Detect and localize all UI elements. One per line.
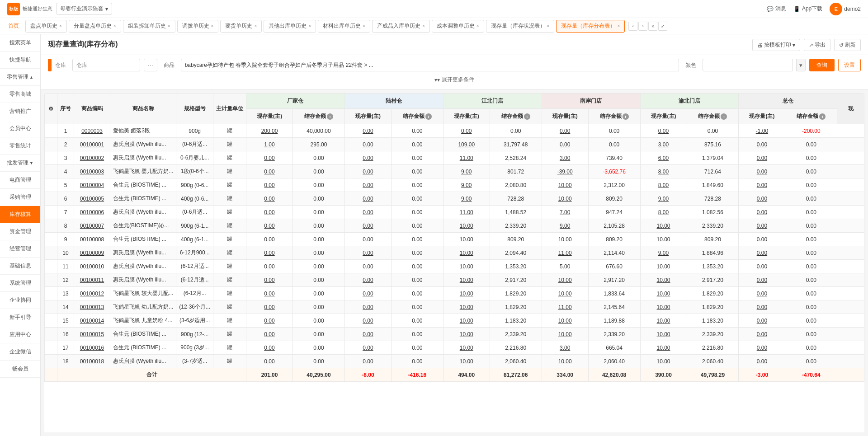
row-w5-qty[interactable]: 8.00 [640, 206, 687, 219]
user-menu[interactable]: E demo2 [830, 3, 861, 15]
tab-transfer[interactable]: 调拨单历史 × [177, 20, 219, 33]
sidebar-item-operations[interactable]: 经营管理 [0, 240, 40, 258]
export-btn[interactable]: ↗ 导出 [804, 39, 830, 51]
row-w1-qty[interactable]: 0.00 [246, 165, 293, 178]
row-w2-qty[interactable]: 0.00 [344, 165, 391, 178]
close-icon[interactable]: × [363, 23, 365, 28]
row-w4-qty[interactable]: 9.00 [542, 219, 588, 233]
sidebar-item-marketing[interactable]: 营销推广 [0, 103, 40, 120]
row-settings[interactable] [45, 355, 57, 368]
row-w2-qty[interactable]: 0.00 [344, 138, 391, 151]
row-settings[interactable] [45, 287, 57, 300]
row-w5-qty[interactable]: 10.00 [640, 260, 687, 273]
close-icon[interactable]: × [476, 23, 479, 28]
close-icon[interactable]: × [59, 23, 62, 28]
row-total-qty[interactable]: 0.00 [739, 138, 785, 151]
sidebar-item-retail-stat[interactable]: 零售统计 [0, 137, 40, 155]
sidebar-item-inventory[interactable]: 库存核算 [0, 206, 40, 223]
close-icon[interactable]: × [211, 23, 214, 28]
row-w2-qty[interactable]: 0.00 [344, 260, 391, 273]
nav-close-all-btn[interactable]: × [648, 22, 657, 31]
message-btn[interactable]: 💬 消息 [767, 5, 786, 13]
tab-product-in[interactable]: 产成品入库单历史 × [372, 20, 430, 33]
row-code[interactable]: 00100018 [74, 355, 110, 368]
row-total-qty[interactable]: 0.00 [739, 355, 785, 368]
sidebar-item-member[interactable]: 会员中心 [0, 120, 40, 137]
row-settings[interactable] [45, 260, 57, 273]
row-w2-qty[interactable]: 0.00 [344, 151, 391, 165]
row-w3-qty[interactable]: 10.00 [443, 300, 490, 314]
row-w5-qty[interactable]: 10.00 [640, 287, 687, 300]
tab-assembly[interactable]: 组装拆卸单历史 × [123, 20, 175, 33]
sidebar-item-wechat[interactable]: 企业微信 [0, 343, 40, 361]
row-w4-qty[interactable]: 10.00 [542, 233, 588, 246]
tab-material-out[interactable]: 材料出库单历史 × [318, 20, 370, 33]
row-w3-qty[interactable]: 10.00 [443, 287, 490, 300]
row-w3-qty[interactable]: 10.00 [443, 341, 490, 355]
row-w2-qty[interactable]: 0.00 [344, 341, 391, 355]
row-w5-qty[interactable]: 10.00 [640, 219, 687, 233]
row-w3-qty[interactable]: 10.00 [443, 328, 490, 341]
tab-other-out[interactable]: 其他出库单历史 × [264, 20, 316, 33]
row-total-qty[interactable]: 0.00 [739, 300, 785, 314]
row-w3-qty[interactable]: 9.00 [443, 178, 490, 192]
row-w2-qty[interactable]: 0.00 [344, 233, 391, 246]
row-code[interactable]: 0000003 [74, 124, 110, 138]
sidebar-item-search[interactable]: 搜索英单 [0, 34, 40, 52]
setting-btn[interactable]: 设置 [838, 59, 861, 71]
row-w1-qty[interactable]: 0.00 [246, 273, 293, 287]
row-w1-qty[interactable]: 0.00 [246, 355, 293, 368]
warehouse-input[interactable] [72, 59, 140, 71]
info-icon[interactable]: i [819, 113, 826, 120]
row-w5-qty[interactable]: 10.00 [640, 355, 687, 368]
row-w1-qty[interactable]: 0.00 [246, 341, 293, 355]
row-w4-qty[interactable]: -39.00 [542, 165, 588, 178]
tab-home[interactable]: 首页 [4, 20, 24, 33]
tab-stock-distribution[interactable]: 现存量（库存分布表） × [556, 20, 625, 33]
row-w1-qty[interactable]: 0.00 [246, 300, 293, 314]
sidebar-item-finance[interactable]: 资金管理 [0, 223, 40, 240]
row-w5-qty[interactable]: 10.00 [640, 314, 687, 328]
tab-cost-adjust[interactable]: 成本调整单历史 × [432, 20, 484, 33]
row-w1-qty[interactable]: 0.00 [246, 151, 293, 165]
row-total-qty[interactable]: 0.00 [739, 165, 785, 178]
row-w3-qty[interactable]: 109.00 [443, 138, 490, 151]
row-settings[interactable] [45, 273, 57, 287]
row-total-qty[interactable]: 0.00 [739, 314, 785, 328]
row-w2-qty[interactable]: 0.00 [344, 355, 391, 368]
row-w2-qty[interactable]: 0.00 [344, 206, 391, 219]
row-w2-qty[interactable]: 0.00 [344, 328, 391, 341]
row-w3-qty[interactable]: 10.00 [443, 219, 490, 233]
row-w1-qty[interactable]: 0.00 [246, 314, 293, 328]
info-icon[interactable]: i [721, 113, 727, 120]
row-settings[interactable] [45, 192, 57, 206]
info-icon[interactable]: i [623, 113, 629, 120]
col-settings-header[interactable]: ⚙ [45, 94, 57, 124]
row-code[interactable]: 00100015 [74, 328, 110, 341]
row-code[interactable]: 00100010 [74, 260, 110, 273]
sidebar-item-enterprise[interactable]: 企业协同 [0, 292, 40, 309]
close-icon[interactable]: × [113, 23, 116, 28]
row-w5-qty[interactable]: 9.00 [640, 246, 687, 260]
row-w5-qty[interactable]: 10.00 [640, 300, 687, 314]
row-w5-qty[interactable]: 8.00 [640, 178, 687, 192]
nav-prev-btn[interactable]: ‹ [628, 22, 637, 31]
row-code[interactable]: 00100016 [74, 341, 110, 355]
row-w3-qty[interactable]: 11.00 [443, 151, 490, 165]
industry-selector[interactable]: 母婴行业演示陈套 ▾ [56, 3, 112, 15]
row-w3-qty[interactable]: 10.00 [443, 260, 490, 273]
row-w4-qty[interactable]: 7.00 [542, 206, 588, 219]
row-w4-qty[interactable]: 5.00 [542, 260, 588, 273]
row-total-qty[interactable]: 0.00 [739, 151, 785, 165]
row-w4-qty[interactable]: 10.00 [542, 355, 588, 368]
color-input[interactable] [703, 59, 793, 71]
row-settings[interactable] [45, 206, 57, 219]
row-w4-qty[interactable]: 3.00 [542, 151, 588, 165]
row-total-qty[interactable]: 0.00 [739, 192, 785, 206]
row-w1-qty[interactable]: 0.00 [246, 328, 293, 341]
warehouse-ellipsis-btn[interactable]: ··· [144, 59, 157, 71]
row-w1-qty[interactable]: 0.00 [246, 287, 293, 300]
row-w1-qty[interactable]: 0.00 [246, 206, 293, 219]
row-total-qty[interactable]: 0.00 [739, 206, 785, 219]
row-w1-qty[interactable]: 0.00 [246, 219, 293, 233]
